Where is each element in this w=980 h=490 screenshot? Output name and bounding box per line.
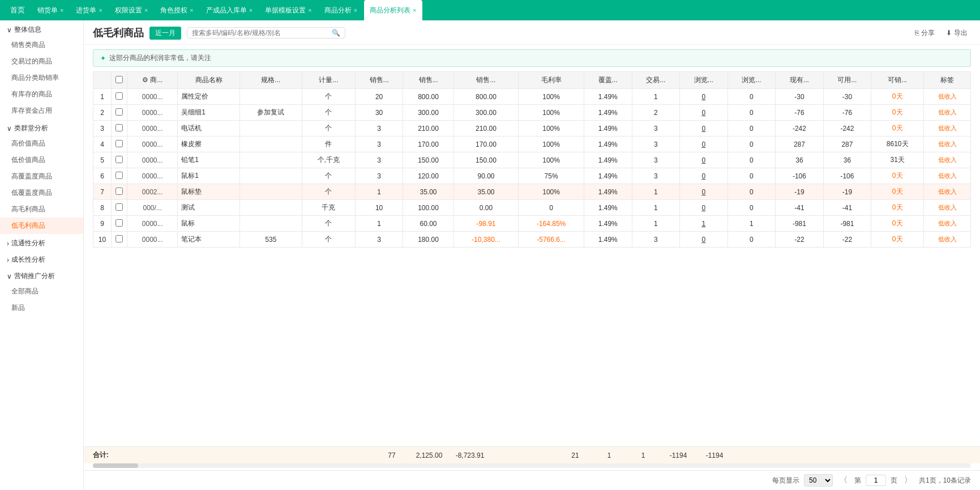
share-button[interactable]: ⎘ 分享 (911, 27, 938, 39)
nav-purchase[interactable]: 进货单 × (70, 0, 108, 20)
th-current-stock[interactable]: 现有... (776, 72, 824, 89)
sidebar-item-sales-goods[interactable]: 销售类商品 (0, 37, 83, 53)
nav-permissions[interactable]: 权限设置 × (109, 0, 153, 20)
th-sales-qty[interactable]: 销售... (355, 72, 403, 89)
nav-close-analysis-list[interactable]: × (413, 7, 416, 14)
nav-analysis-list[interactable]: 商品分析列表 × (364, 0, 422, 20)
scroll-thumb[interactable] (93, 463, 138, 468)
th-saleable[interactable]: 可销... (871, 72, 924, 89)
cell-check[interactable] (112, 216, 127, 232)
cell-check[interactable] (112, 232, 127, 248)
cell-check[interactable] (112, 184, 127, 200)
row-checkbox[interactable] (115, 219, 123, 227)
cell-check[interactable] (112, 168, 127, 184)
page-number-input[interactable] (866, 475, 886, 486)
th-trade-count[interactable]: 交易... (632, 72, 680, 89)
sidebar-item-all-goods[interactable]: 全部商品 (0, 283, 83, 300)
cell-browse1[interactable]: 1 (680, 216, 728, 232)
export-button[interactable]: ⬇ 导出 (943, 27, 971, 39)
sidebar-group-overall[interactable]: ∨ 整体信息 (0, 20, 83, 37)
sidebar-item-traded-goods[interactable]: 交易过的商品 (0, 53, 83, 70)
row-checkbox[interactable] (115, 124, 123, 131)
row-checkbox[interactable] (115, 140, 123, 147)
nav-analysis[interactable]: 商品分析 × (319, 0, 363, 20)
nav-role-auth[interactable]: 角色授权 × (155, 0, 199, 20)
th-coverage[interactable]: 覆盖... (584, 72, 632, 89)
prev-page-button[interactable]: 〈 (837, 474, 850, 487)
row-checkbox[interactable] (115, 235, 123, 242)
cell-check[interactable] (112, 105, 127, 121)
sidebar-item-high-margin[interactable]: 高毛利商品 (0, 201, 83, 218)
sidebar-item-category-rate[interactable]: 商品分类助销率 (0, 70, 83, 86)
sidebar-item-stock-goods[interactable]: 有库存的商品 (0, 86, 83, 103)
sidebar-item-low-coverage[interactable]: 低覆盖度商品 (0, 185, 83, 201)
sidebar-item-capital[interactable]: 库存资金占用 (0, 103, 83, 119)
cell-sales-profit: 800.00 (453, 89, 519, 105)
row-checkbox[interactable] (115, 108, 123, 116)
table-wrapper[interactable]: ⚙ 商... 商品名称 规格... 计量... 销售... 销售... 销售..… (84, 71, 980, 446)
cell-check[interactable] (112, 89, 127, 105)
row-checkbox[interactable] (115, 203, 123, 211)
nav-close-sales[interactable]: × (60, 7, 63, 14)
nav-product-entry[interactable]: 产成品入库单 × (200, 0, 258, 20)
cell-browse1[interactable]: 0 (680, 168, 728, 184)
nav-template[interactable]: 单据模板设置 × (259, 0, 317, 20)
sidebar-item-new-goods[interactable]: 新品 (0, 300, 83, 316)
cell-check[interactable] (112, 200, 127, 216)
nav-close-analysis[interactable]: × (354, 7, 357, 14)
th-gross-margin[interactable]: 毛利率 (519, 72, 584, 89)
cell-browse2: 0 (727, 137, 776, 152)
th-sales-profit[interactable]: 销售... (453, 72, 519, 89)
cell-check[interactable] (112, 121, 127, 137)
horizontal-scrollbar[interactable] (93, 463, 971, 468)
row-checkbox[interactable] (115, 92, 123, 100)
th-browse1[interactable]: 浏览... (680, 72, 728, 89)
select-all-checkbox[interactable] (115, 76, 123, 83)
sidebar-item-high-coverage[interactable]: 高覆盖度商品 (0, 168, 83, 185)
filter-recent-month-button[interactable]: 近一月 (149, 27, 181, 40)
cell-browse1[interactable]: 0 (680, 200, 728, 216)
row-checkbox[interactable] (115, 188, 123, 195)
row-checkbox[interactable] (115, 156, 123, 163)
row-checkbox[interactable] (115, 172, 123, 179)
cell-browse1[interactable]: 0 (680, 152, 728, 168)
cell-index: 3 (93, 121, 112, 137)
cell-sales-qty: 3 (355, 168, 403, 184)
cell-check[interactable] (112, 137, 127, 152)
per-page-select[interactable]: 50 100 200 (804, 474, 833, 487)
cell-browse1[interactable]: 0 (680, 105, 728, 121)
nav-home[interactable]: 首页 (5, 0, 31, 20)
th-tag[interactable]: 标签 (924, 72, 971, 89)
nav-sales[interactable]: 销货单 × (32, 0, 69, 20)
cell-browse1[interactable]: 0 (680, 121, 728, 137)
sidebar-group-marketing[interactable]: ∨ 营销推广分析 (0, 267, 83, 283)
search-input[interactable] (192, 29, 332, 37)
cell-browse1[interactable]: 0 (680, 184, 728, 200)
th-sales-price[interactable]: 销售... (403, 72, 453, 89)
th-spec[interactable]: 规格... (240, 72, 302, 89)
sidebar-group-growth[interactable]: › 成长性分析 (0, 250, 83, 267)
nav-close-template[interactable]: × (308, 7, 311, 14)
th-name[interactable]: 商品名称 (178, 72, 240, 89)
cell-browse1[interactable]: 0 (680, 89, 728, 105)
th-code[interactable]: ⚙ 商... (127, 72, 178, 89)
sidebar-group-cluster[interactable]: ∨ 类群堂分析 (0, 119, 83, 135)
cell-check[interactable] (112, 152, 127, 168)
content-area: 低毛利商品 近一月 🔍 ⎘ 分享 ⬇ 导出 ✦ 这部分商品的利润非常低，请关注 (84, 20, 980, 490)
nav-close-product-entry[interactable]: × (249, 7, 253, 14)
sidebar-item-low-margin[interactable]: 低毛利商品 (0, 218, 83, 234)
nav-close-role-auth[interactable]: × (190, 7, 193, 14)
sidebar-item-high-value[interactable]: 高价值商品 (0, 135, 83, 152)
th-available[interactable]: 可用... (823, 72, 871, 89)
sidebar-group-circulation[interactable]: › 流通性分析 (0, 234, 83, 250)
th-check[interactable] (112, 72, 127, 89)
cell-browse1[interactable]: 0 (680, 232, 728, 248)
cell-browse1[interactable]: 0 (680, 137, 728, 152)
search-icon[interactable]: 🔍 (332, 29, 340, 37)
th-browse2[interactable]: 浏览... (727, 72, 776, 89)
nav-close-permissions[interactable]: × (144, 7, 148, 14)
nav-close-purchase[interactable]: × (99, 7, 102, 14)
sidebar-item-low-value[interactable]: 低价值商品 (0, 152, 83, 168)
th-unit[interactable]: 计量... (302, 72, 355, 89)
next-page-button[interactable]: 〉 (902, 474, 914, 487)
